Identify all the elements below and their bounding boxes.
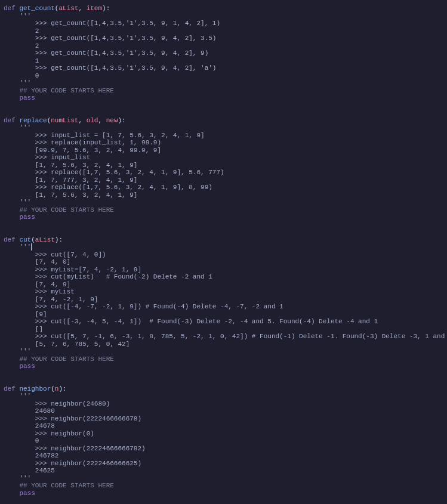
def-line[interactable]: def cut(aList): [4, 236, 443, 244]
docstring-line[interactable]: >>> myList [4, 288, 443, 296]
docstring-line[interactable]: >>> myList=[7, 4, -2, 1, 9] [4, 266, 443, 274]
docstring-line[interactable]: >>> get_count([1,4,3.5,'1',3.5, 9, 4, 2]… [4, 64, 443, 72]
code-comment[interactable]: ## YOUR CODE STARTS HERE [4, 206, 443, 214]
blank-line[interactable] [4, 221, 443, 229]
docstring-line[interactable]: >>> neighbor(0) [4, 430, 443, 438]
docstring-close[interactable]: ''' [4, 199, 443, 206]
docstring-line[interactable]: >>> cut(myList) # Found(-2) Delete -2 an… [4, 273, 443, 281]
docstring-line[interactable]: >>> cut([5, 7, -1, 6, -3, 1, 8, 785, 5, … [4, 333, 443, 341]
docstring-line[interactable]: >>> neighbor(2222466666678) [4, 415, 443, 423]
docstring-line[interactable]: >>> cut([-3, -4, 5, -4, 1]) # Found(-3) … [4, 318, 443, 326]
docstring-line[interactable]: >>> cut([7, 4, 0]) [4, 251, 443, 259]
docstring-line[interactable]: [9] [4, 311, 443, 319]
docstring-line[interactable]: >>> neighbor(22224666666782) [4, 445, 443, 453]
docstring-line[interactable]: >>> neighbor(24680) [4, 400, 443, 408]
docstring-line[interactable]: [7, 4, 9] [4, 281, 443, 289]
docstring-line[interactable]: 2 [4, 27, 443, 35]
docstring-open[interactable]: ''' [4, 13, 443, 20]
def-line[interactable]: def get_count(aList, item): [4, 5, 443, 13]
docstring-line[interactable]: >>> get_count([1,4,3.5,'1',3.5, 9, 1, 4,… [4, 20, 443, 27]
docstring-line[interactable]: >>> cut([-4, -7, -2, 1, 9]) # Found(-4) … [4, 303, 443, 311]
pass-line[interactable]: pass [4, 214, 443, 221]
docstring-close[interactable]: ''' [4, 79, 443, 87]
docstring-line[interactable]: >>> get_count([1,4,3.5,'1',3.5, 9, 4, 2]… [4, 35, 443, 42]
docstring-open[interactable]: ''' [4, 392, 443, 400]
blank-line[interactable] [4, 378, 443, 385]
docstring-line[interactable]: [1, 7, 777, 3, 2, 4, 1, 9] [4, 177, 443, 184]
docstring-close[interactable]: ''' [4, 475, 443, 483]
docstring-open[interactable]: ''' [4, 124, 443, 132]
docstring-line[interactable]: [1, 7, 5.6, 3, 2, 4, 1, 9] [4, 162, 443, 169]
docstring-line[interactable]: [7, 4, 0] [4, 258, 443, 266]
docstring-line[interactable]: 24678 [4, 422, 443, 430]
docstring-open[interactable]: ''' [4, 243, 443, 251]
code-comment[interactable]: ## YOUR CODE STARTS HERE [4, 87, 443, 95]
docstring-line[interactable]: >>> neighbor(2222466666625) [4, 460, 443, 468]
docstring-line[interactable]: 0 [4, 437, 443, 445]
docstring-line[interactable]: [1, 7, 5.6, 3, 2, 4, 1, 9] [4, 191, 443, 199]
docstring-line[interactable]: 0 [4, 72, 443, 80]
code-editor[interactable]: def get_count(aList, item): ''' >>> get_… [0, 0, 447, 504]
code-comment[interactable]: ## YOUR CODE STARTS HERE [4, 482, 443, 490]
docstring-line[interactable]: [7, 4, -2, 1, 9] [4, 296, 443, 304]
def-line[interactable]: def neighbor(n): [4, 385, 443, 393]
code-comment[interactable]: ## YOUR CODE STARTS HERE [4, 355, 443, 363]
docstring-line[interactable]: >>> replace([1,7, 5.6, 3, 2, 4, 1, 9], 5… [4, 169, 443, 177]
def-line[interactable]: def replace(numList, old, new): [4, 117, 443, 125]
docstring-line[interactable]: >>> replace([1,7, 5.6, 3, 2, 4, 1, 9], 8… [4, 184, 443, 191]
docstring-line[interactable]: >>> input_list [4, 154, 443, 162]
blank-line[interactable] [4, 102, 443, 110]
pass-line[interactable]: pass [4, 490, 443, 497]
blank-line[interactable] [4, 228, 443, 236]
docstring-line[interactable]: 2 [4, 42, 443, 50]
docstring-line[interactable]: [99.9, 7, 5.6, 3, 2, 4, 99.9, 9] [4, 147, 443, 154]
docstring-line[interactable]: [] [4, 326, 443, 333]
pass-line[interactable]: pass [4, 94, 443, 102]
blank-line[interactable] [4, 370, 443, 378]
docstring-line[interactable]: [5, 7, 6, 785, 5, 0, 42] [4, 341, 443, 348]
pass-line[interactable]: pass [4, 363, 443, 370]
docstring-line[interactable]: >>> get_count([1,4,3.5,'1',3.5, 9, 4, 2]… [4, 50, 443, 57]
docstring-line[interactable]: >>> replace(input_list, 1, 99.9) [4, 139, 443, 147]
docstring-line[interactable]: 24680 [4, 407, 443, 415]
docstring-line[interactable]: 24625 [4, 467, 443, 475]
blank-line[interactable] [4, 109, 443, 117]
docstring-line[interactable]: 246782 [4, 452, 443, 460]
docstring-line[interactable]: >>> input_list = [1, 7, 5.6, 3, 2, 4, 1,… [4, 132, 443, 140]
docstring-line[interactable]: 1 [4, 57, 443, 65]
docstring-close[interactable]: ''' [4, 348, 443, 355]
